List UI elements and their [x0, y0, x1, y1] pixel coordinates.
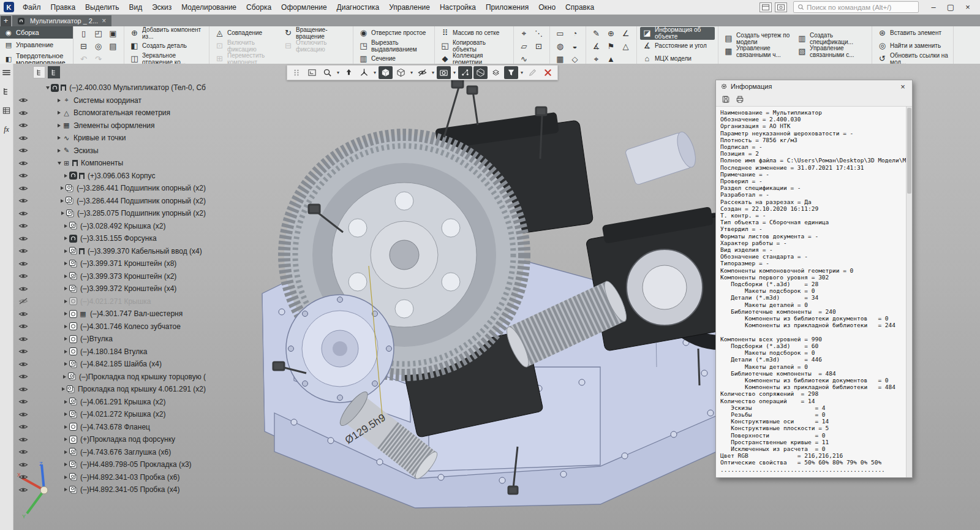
tree-expander[interactable] — [44, 86, 51, 89]
visibility-eye-icon[interactable] — [18, 323, 28, 330]
tree-row[interactable]: (–)3.399.370 Кабельный ввод (x4) — [16, 245, 206, 258]
visibility-eye-icon[interactable] — [18, 185, 28, 192]
mates-display-icon[interactable] — [458, 66, 472, 79]
tree-row[interactable]: (–)Прокладка под крышку торцовую ( — [16, 371, 206, 384]
menu-item[interactable]: Вид — [124, 1, 147, 13]
3d-model[interactable]: Ø129.5h9 — [257, 79, 735, 512]
tree-row[interactable]: (–)3.399.373 Кронштейн (x2) — [16, 270, 206, 283]
tree-row[interactable]: (–)4.061.291 Крышка (x2) — [16, 396, 206, 409]
abort-icon[interactable] — [541, 66, 555, 79]
visibility-eye-icon[interactable] — [18, 348, 28, 355]
tree-expander[interactable] — [62, 249, 69, 253]
hide-objects-icon-dropdown[interactable]: ▾ — [430, 70, 436, 75]
annotation-slope-icon[interactable]: ∡ — [589, 40, 603, 53]
visibility-eye-icon[interactable] — [18, 286, 28, 292]
info-print-icon[interactable] — [734, 94, 745, 105]
dimension-diameter-icon[interactable]: ◒ — [568, 40, 582, 53]
tree-row[interactable]: ⊞Компоненты — [16, 157, 206, 170]
visibility-eye-icon[interactable] — [18, 248, 28, 254]
tree-panel-icon[interactable] — [1, 86, 12, 97]
visibility-eye-icon[interactable] — [18, 336, 28, 343]
tree-row[interactable]: (–)4.301.746 Колесо зубчатое — [16, 320, 206, 333]
tree-expander[interactable] — [62, 237, 69, 240]
visibility-eye-icon[interactable] — [18, 398, 28, 405]
visibility-eye-icon[interactable] — [18, 461, 28, 468]
wireframe-display-icon[interactable] — [394, 66, 408, 79]
visibility-eye-icon[interactable] — [18, 160, 28, 167]
visibility-eye-icon[interactable] — [18, 311, 28, 317]
tree-row[interactable]: (–)2.400.030 Мультипликатор (Тел-0, Сб — [16, 81, 206, 94]
tree-expander[interactable] — [59, 211, 66, 215]
command-search[interactable] — [793, 1, 919, 13]
tree-row[interactable]: (–)4.180.184 Втулка — [16, 346, 206, 358]
image-quality-icon-dropdown[interactable]: ▾ — [451, 70, 458, 75]
tree-expander[interactable] — [56, 99, 62, 102]
visibility-eye-icon[interactable] — [18, 122, 28, 129]
visibility-eye-icon[interactable] — [18, 135, 28, 142]
visibility-eye-icon[interactable] — [18, 474, 28, 480]
visibility-eye-off-icon[interactable] — [18, 298, 28, 305]
csys-display-icon[interactable] — [357, 66, 371, 79]
visibility-eye-icon[interactable] — [18, 222, 28, 229]
ribbon-button[interactable]: ◳Вырезать выдавливанием — [356, 40, 431, 53]
tree-row[interactable]: (–)Н4.489.798-05 Прокладка (x3) — [16, 458, 206, 471]
ribbon-mode-tab[interactable]: ◉Сборка — [0, 26, 73, 39]
layers-icon[interactable] — [489, 66, 503, 79]
visibility-eye-icon[interactable] — [18, 386, 28, 393]
close-button[interactable]: × — [959, 2, 976, 12]
tree-expander[interactable] — [62, 463, 69, 466]
ribbon-button[interactable]: ⊕Добавить компонент из... — [127, 27, 206, 40]
tree-composition-view-button[interactable] — [48, 66, 60, 78]
tree-row[interactable]: (–)3.399.371 Кронштейн (x8) — [16, 257, 206, 270]
ribbon-button[interactable]: ◧Создать деталь — [127, 40, 206, 53]
point-chain-icon[interactable]: ⋱ — [532, 27, 546, 40]
info-scrollbar-thumb[interactable] — [907, 108, 911, 194]
tree-expander[interactable] — [62, 350, 69, 354]
menu-item[interactable]: Справка — [560, 1, 599, 13]
parameters-panel-icon[interactable] — [1, 105, 12, 116]
visibility-eye-icon[interactable] — [18, 273, 28, 279]
filter-icon-dropdown[interactable]: ▾ — [519, 70, 525, 75]
visibility-eye-icon[interactable] — [18, 436, 28, 443]
tree-expander[interactable] — [62, 262, 69, 265]
visibility-eye-icon[interactable] — [18, 411, 28, 418]
tab-close-icon[interactable]: × — [102, 17, 106, 25]
tree-expander[interactable] — [62, 437, 69, 441]
visibility-eye-icon[interactable] — [18, 449, 28, 455]
tree-expander[interactable] — [56, 162, 62, 165]
local-csys-icon[interactable]: ⊡ — [532, 40, 546, 53]
menu-item[interactable]: Приложения — [481, 1, 533, 13]
tree-row[interactable]: (–)3.285.075 Подшипник упорный (x2) — [16, 207, 206, 220]
tree-row[interactable]: (–)3.399.372 Кронштейн (x4) — [16, 282, 206, 295]
tree-row[interactable]: (–)4.021.272 Крышка (x2) — [16, 408, 206, 421]
visibility-eye-icon[interactable] — [18, 172, 28, 179]
ribbon-button[interactable]: ∡Расстояние и угол — [640, 40, 715, 53]
document-tab[interactable]: Мультипликатор _ 2... × — [12, 15, 111, 26]
tree-expander[interactable] — [56, 136, 62, 140]
tree-row[interactable]: (–)4.743.676 Заглушка (x6) — [16, 446, 206, 459]
tree-row[interactable]: (+)Прокладка под форсунку — [16, 433, 206, 446]
tree-row[interactable]: (–)4.842.185 Шайба (x4) — [16, 358, 206, 371]
tree-expander[interactable] — [62, 400, 69, 404]
new-tab-button[interactable]: + — [1, 16, 11, 26]
ribbon-button[interactable]: ↻Вращение-вращение — [281, 27, 350, 40]
tree-expander[interactable] — [62, 425, 69, 429]
zoom-icon[interactable] — [320, 66, 334, 79]
ribbon-button[interactable]: ◎Найти и заменить — [875, 40, 950, 53]
tree-expander[interactable] — [60, 387, 67, 391]
visibility-eye-icon[interactable] — [18, 210, 28, 217]
tree-expander[interactable] — [62, 488, 69, 491]
shaded-display-icon[interactable] — [379, 66, 393, 79]
menu-item[interactable]: Правка — [46, 1, 81, 13]
new-document-icon[interactable]: ▯ — [77, 27, 91, 40]
tree-expander[interactable] — [59, 199, 66, 203]
ribbon-button[interactable]: ▥Создать спецификаци... — [795, 32, 869, 45]
construction-axis-icon[interactable]: ⌖ — [517, 27, 531, 40]
tree-row[interactable]: (–)Н4.892.341-03 Пробка (x6) — [16, 471, 206, 484]
tree-row[interactable]: ▦Элементы оформления — [16, 119, 206, 132]
annotation-angle-icon[interactable]: ∠ — [619, 27, 633, 40]
menu-item[interactable]: Управление — [384, 1, 435, 13]
ribbon-button[interactable]: ◱Копировать объекты — [438, 40, 510, 53]
tree-row[interactable]: ∿Кривые и точки — [16, 132, 206, 145]
tree-row[interactable]: (–)3.315.155 Форсунка — [16, 232, 206, 245]
